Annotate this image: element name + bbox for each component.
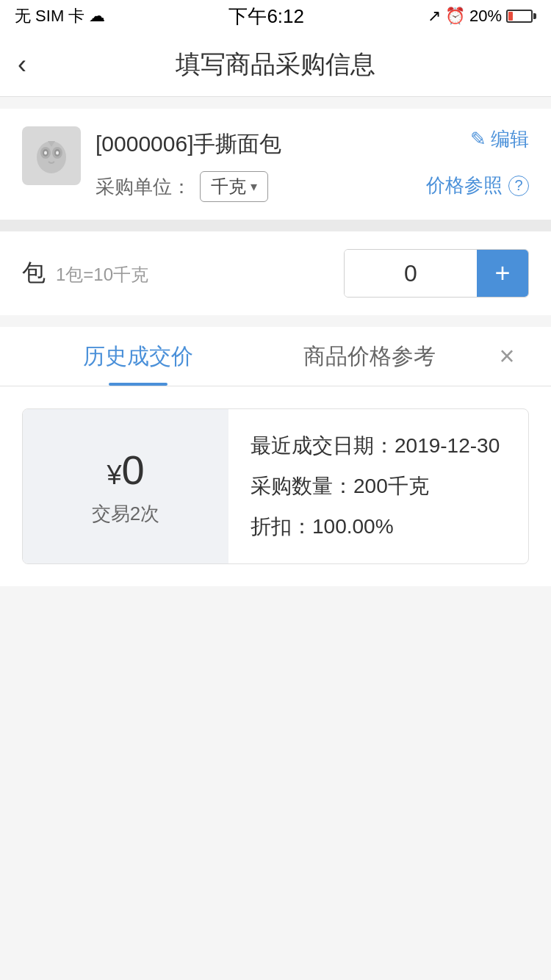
page-title: 填写商品采购信息	[176, 48, 375, 82]
dropdown-arrow-icon: ▾	[251, 179, 257, 195]
tabs-header: 历史成交价 商品价格参考 ×	[0, 327, 551, 386]
back-button[interactable]: ‹	[18, 49, 26, 80]
qty-detail-value: 200千克	[353, 475, 429, 497]
tab-content: ¥0 交易2次 最近成交日期：2019-12-30 采购数量：200千克 折扣：…	[0, 386, 551, 586]
edit-label: 编辑	[491, 126, 529, 152]
section-divider	[0, 220, 551, 231]
history-details-right: 最近成交日期：2019-12-30 采购数量：200千克 折扣：100.00%	[228, 409, 528, 563]
battery-pct: 20%	[469, 7, 502, 26]
price-number: 0	[121, 447, 144, 493]
alarm-icon: ⏰	[445, 7, 465, 26]
qty-input-group: +	[344, 249, 529, 298]
tab-history-label: 历史成交价	[83, 342, 193, 372]
tab-history-price[interactable]: 历史成交价	[22, 327, 253, 386]
product-thumbnail	[22, 126, 81, 185]
status-right: ↗ ⏰ 20%	[428, 7, 536, 26]
tab-close-button[interactable]: ×	[485, 327, 529, 386]
tab-product-price-ref[interactable]: 商品价格参考	[253, 327, 485, 386]
qty-unit: 包	[22, 257, 46, 289]
sim-text: 无 SIM 卡 ☁	[15, 5, 105, 27]
recent-date-row: 最近成交日期：2019-12-30	[251, 431, 506, 460]
qty-plus-button[interactable]: +	[477, 250, 528, 297]
battery-indicator	[506, 10, 536, 23]
svg-point-5	[44, 151, 47, 155]
tabs-container: 历史成交价 商品价格参考 × ¥0 交易2次 最近成交日期：2019-12-30…	[0, 327, 551, 586]
qty-detail-label: 采购数量：	[251, 475, 353, 497]
history-trade-count: 交易2次	[92, 501, 159, 527]
status-left: 无 SIM 卡 ☁	[15, 5, 105, 27]
nav-bar: ‹ 填写商品采购信息	[0, 32, 551, 97]
discount-row: 折扣：100.00%	[251, 512, 506, 541]
recent-date-value: 2019-12-30	[395, 434, 500, 457]
product-unit-row: 采购单位： 千克 ▾	[96, 171, 281, 202]
status-time: 下午6:12	[228, 4, 304, 29]
discount-value: 100.00%	[312, 515, 394, 538]
recent-date-label: 最近成交日期：	[251, 434, 395, 457]
price-ref-button[interactable]: 价格参照 ?	[426, 173, 529, 198]
status-bar: 无 SIM 卡 ☁ 下午6:12 ↗ ⏰ 20%	[0, 0, 551, 32]
quantity-input[interactable]	[345, 250, 477, 297]
history-price-left: ¥0 交易2次	[23, 409, 228, 563]
price-ref-label: 价格参照	[426, 173, 503, 198]
tab-product-ref-label: 商品价格参考	[303, 342, 436, 372]
svg-point-6	[56, 151, 59, 155]
edit-button[interactable]: ✎ 编辑	[470, 126, 529, 152]
discount-label: 折扣：	[251, 515, 312, 538]
history-price-value: ¥0	[107, 446, 144, 494]
product-name: [0000006]手撕面包	[96, 129, 281, 159]
yen-symbol: ¥	[107, 460, 121, 490]
location-icon: ↗	[428, 7, 441, 26]
quantity-row: 包 1包=10千克 +	[0, 231, 551, 315]
qty-conversion: 1包=10千克	[56, 263, 148, 287]
help-icon: ?	[508, 176, 529, 196]
unit-label: 采购单位：	[96, 174, 191, 200]
qty-label-group: 包 1包=10千克	[22, 257, 148, 289]
product-info: [0000006]手撕面包 采购单位： 千克 ▾	[96, 126, 281, 202]
unit-value: 千克	[211, 175, 246, 198]
product-card: [0000006]手撕面包 采购单位： 千克 ▾ ✎ 编辑 价格参照 ?	[0, 109, 551, 220]
history-card: ¥0 交易2次 最近成交日期：2019-12-30 采购数量：200千克 折扣：…	[22, 408, 529, 564]
unit-selector[interactable]: 千克 ▾	[200, 171, 268, 202]
product-left: [0000006]手撕面包 采购单位： 千克 ▾	[22, 126, 281, 202]
edit-icon: ✎	[470, 128, 486, 151]
qty-row: 采购数量：200千克	[251, 472, 506, 500]
